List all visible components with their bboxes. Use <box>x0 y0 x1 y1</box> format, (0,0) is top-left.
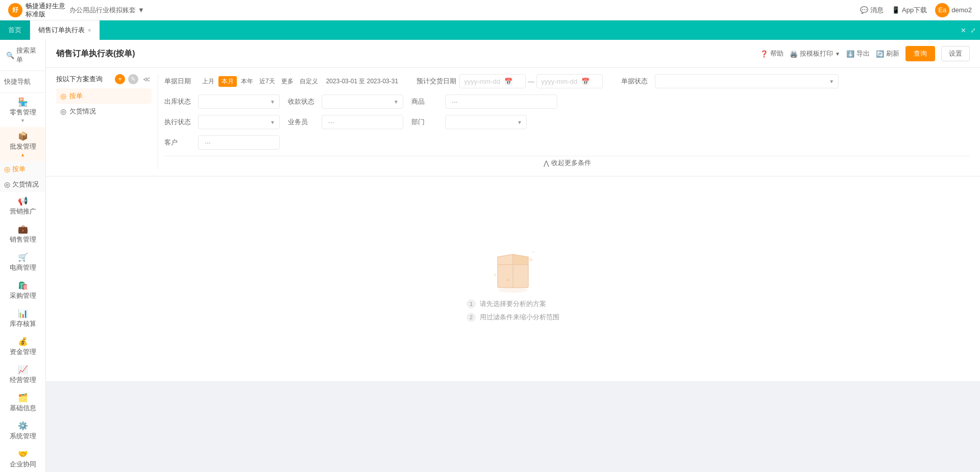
top-bar: 好 畅捷通好生意 标准版 办公用品行业模拟账套 ▼ 💬 消息 📱 App下载 E… <box>0 0 980 20</box>
quick-nav-label[interactable]: 快捷导航 <box>0 75 45 88</box>
date-tab-lastmonth[interactable]: 上月 <box>200 76 216 87</box>
date-tab-custom[interactable]: 自定义 <box>298 76 320 87</box>
svg-marker-2 <box>513 254 528 265</box>
filter-row-4: 客户 ··· <box>164 135 970 150</box>
outbound-select[interactable]: ▼ <box>198 95 280 109</box>
collapse-filters-btn[interactable]: ⋀ 收起更多条件 <box>164 156 970 170</box>
sidebar-sub-item-debt[interactable]: ◎ 欠货情况 <box>0 177 45 192</box>
nav-tab-expand: ✕ ⤢ <box>961 27 976 34</box>
sidebar-item-wholesale[interactable]: 📦 批发管理 ▲ <box>0 127 45 161</box>
date-to-input[interactable]: yyyy-mm-dd 📅 <box>536 74 603 88</box>
date-tab-thismonth[interactable]: 本月 <box>218 76 237 87</box>
sidebar-quick-nav: 快捷导航 <box>0 71 45 93</box>
svg-marker-1 <box>498 254 513 265</box>
page-title: 销售订单执行表(按单) <box>56 49 135 59</box>
collection-select[interactable]: ▼ <box>322 95 403 109</box>
nav-tabs: 首页 销售订单执行表 × ✕ ⤢ <box>0 20 980 40</box>
tab-home[interactable]: 首页 <box>0 20 30 40</box>
refresh-btn[interactable]: 🔄 刷新 <box>876 49 899 58</box>
filter-exec: 执行状态 ▼ <box>164 115 280 129</box>
sidebar-item-basic[interactable]: 🗂️ 基础信息 <box>0 389 45 417</box>
print-template-btn[interactable]: 🖨️ 按模板打印 ▼ <box>790 49 840 58</box>
filter-scheme-panel: 按以下方案查询 + ✎ ≪ ◎ 按单 ◎ 欠货情况 <box>56 74 158 170</box>
date-range-picker: yyyy-mm-dd 📅 — yyyy-mm-dd 📅 <box>459 74 603 88</box>
date-tab-more[interactable]: 更多 <box>279 76 296 87</box>
window-expand-icon[interactable]: ⤢ <box>970 27 976 34</box>
breadcrumb[interactable]: 办公用品行业模拟账套 ▼ <box>69 6 144 15</box>
sidebar-sub-item-order[interactable]: ◎ 按单 <box>0 161 45 177</box>
page-actions: ❓ 帮助 🖨️ 按模板打印 ▼ ⬇️ 导出 🔄 刷新 查询 设置 <box>760 46 970 61</box>
logo-text: 畅捷通好生意 标准版 <box>26 2 65 18</box>
filter-row-1: 单据日期 上月 本月 本年 近7天 更多 自定义 2023-03-01 至 20… <box>164 74 970 88</box>
main-layout: 🔍 搜索菜单 快捷导航 🏪 零售管理 ▼ 📦 批发管理 ▲ ◎ 按单 <box>0 40 980 472</box>
hint-item-2: 2 用过滤条件来缩小分析范围 <box>467 313 559 322</box>
svg-point-8 <box>499 288 527 293</box>
page-header: 销售订单执行表(按单) ❓ 帮助 🖨️ 按模板打印 ▼ ⬇️ 导出 🔄 刷新 <box>46 40 980 68</box>
date-tab-7days[interactable]: 近7天 <box>257 76 277 87</box>
empty-icon: ✦ <box>482 237 544 299</box>
sidebar-item-inventory[interactable]: 📊 库存核算 <box>0 304 45 333</box>
edit-scheme-btn[interactable]: ✎ <box>128 74 138 84</box>
filter-dept: 部门 ▼ <box>411 115 527 129</box>
add-scheme-btn[interactable]: + <box>115 74 125 84</box>
scheme-title: 按以下方案查询 + ✎ ≪ <box>56 74 152 84</box>
filter-conditions: 单据日期 上月 本月 本年 近7天 更多 自定义 2023-03-01 至 20… <box>164 74 970 170</box>
svg-text:✦: ✦ <box>505 276 511 284</box>
svg-point-7 <box>494 273 497 276</box>
settings-btn[interactable]: 设置 <box>941 46 970 61</box>
tab-sales-order[interactable]: 销售订单执行表 × <box>30 20 100 40</box>
content-area: 销售订单执行表(按单) ❓ 帮助 🖨️ 按模板打印 ▼ ⬇️ 导出 🔄 刷新 <box>46 40 980 472</box>
hint-item-1: 1 请先选择要分析的方案 <box>467 299 559 309</box>
top-bar-right: 💬 消息 📱 App下载 Ea demo2 <box>860 3 972 17</box>
help-btn[interactable]: ❓ 帮助 <box>760 49 783 58</box>
tab-close-btn[interactable]: × <box>88 27 91 33</box>
top-bar-left: 好 畅捷通好生意 标准版 办公用品行业模拟账套 ▼ <box>8 2 144 18</box>
date-from-input[interactable]: yyyy-mm-dd 📅 <box>459 74 526 88</box>
customer-input[interactable]: ··· <box>198 135 280 150</box>
sidebar-item-collab[interactable]: 🤝 企业协同 <box>0 445 45 472</box>
query-btn[interactable]: 查询 <box>905 46 935 61</box>
logo-icon: 好 <box>8 3 22 17</box>
filter-collection: 收款状态 ▼ <box>288 95 403 109</box>
empty-state: ✦ 1 请先选择要分析的方案 2 用过滤条 <box>46 177 980 381</box>
exec-select[interactable]: ▼ <box>198 115 280 129</box>
filter-row-3: 执行状态 ▼ 业务员 ··· 部门 <box>164 115 970 129</box>
sidebar-search[interactable]: 🔍 搜索菜单 <box>0 40 45 71</box>
search-menu-btn[interactable]: 🔍 搜索菜单 <box>4 44 41 66</box>
filter-salesman: 业务员 ··· <box>288 115 403 129</box>
window-close-icon[interactable]: ✕ <box>961 27 966 34</box>
sidebar-item-marketing[interactable]: 📢 营销推广 <box>0 192 45 220</box>
sidebar-item-sales[interactable]: 💼 销售管理 <box>0 220 45 248</box>
svg-point-5 <box>529 258 532 261</box>
sidebar-item-retail[interactable]: 🏪 零售管理 ▼ <box>0 93 45 127</box>
filter-status: 单据状态 ▼ <box>621 74 839 88</box>
sidebar-item-purchase[interactable]: 🛍️ 采购管理 <box>0 276 45 304</box>
scheme-item-order[interactable]: ◎ 按单 <box>56 88 152 104</box>
sidebar-item-ops[interactable]: 📈 经营管理 <box>0 361 45 389</box>
scheme-actions: + ✎ ≪ <box>115 74 152 84</box>
goods-input[interactable]: ··· <box>445 95 557 109</box>
sidebar-item-ecommerce[interactable]: 🛒 电商管理 <box>0 248 45 276</box>
filter-customer: 客户 ··· <box>164 135 280 150</box>
filter-date: 单据日期 上月 本月 本年 近7天 更多 自定义 2023-03-01 至 20… <box>164 76 398 87</box>
collapse-scheme-btn[interactable]: ≪ <box>141 74 152 84</box>
scheme-item-debt[interactable]: ◎ 欠货情况 <box>56 104 152 119</box>
status-select[interactable]: ▼ <box>655 74 839 88</box>
salesman-input[interactable]: ··· <box>322 115 403 129</box>
empty-hints: 1 请先选择要分析的方案 2 用过滤条件来缩小分析范围 <box>467 299 559 322</box>
filter-panel: 按以下方案查询 + ✎ ≪ ◎ 按单 ◎ 欠货情况 <box>46 68 980 176</box>
sidebar-submenu: ◎ 按单 ◎ 欠货情况 <box>0 161 45 192</box>
sidebar-item-system[interactable]: ⚙️ 系统管理 <box>0 417 45 445</box>
user-menu[interactable]: Ea demo2 <box>935 3 972 17</box>
date-tab-thisyear[interactable]: 本年 <box>239 76 255 87</box>
date-tabs: 上月 本月 本年 近7天 更多 自定义 <box>200 76 320 87</box>
sidebar: 🔍 搜索菜单 快捷导航 🏪 零售管理 ▼ 📦 批发管理 ▲ ◎ 按单 <box>0 40 46 472</box>
app-download-btn[interactable]: 📱 App下载 <box>892 6 927 15</box>
export-btn[interactable]: ⬇️ 导出 <box>846 49 870 58</box>
avatar: Ea <box>935 3 949 17</box>
filter-row-2: 出库状态 ▼ 收款状态 ▼ 商品 <box>164 95 970 109</box>
message-btn[interactable]: 💬 消息 <box>860 6 884 15</box>
svg-point-6 <box>532 251 534 253</box>
dept-select[interactable]: ▼ <box>445 115 527 129</box>
sidebar-item-finance[interactable]: 💰 资金管理 <box>0 333 45 361</box>
